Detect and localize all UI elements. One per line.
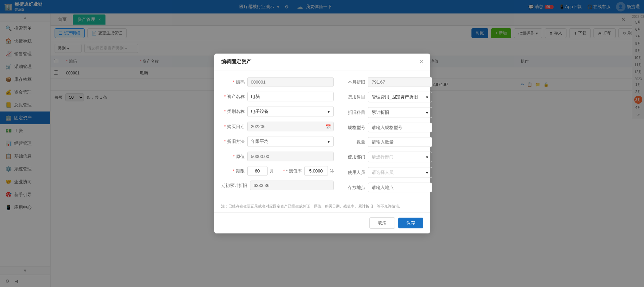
modal-title: 编辑固定资产 — [221, 59, 251, 65]
purchase-date-input[interactable] — [247, 122, 334, 131]
initial-depr-input[interactable] — [250, 181, 334, 190]
purchase-date-container: 📅 — [247, 122, 334, 131]
expense-subject-value: 管理费用_固定资产折旧 — [372, 94, 418, 100]
save-button[interactable]: 保存 — [398, 218, 423, 228]
depr-subject-label: 折旧科目 — [342, 109, 365, 116]
depr-method-value: 年限平均 — [251, 138, 269, 145]
spec-input[interactable] — [368, 123, 432, 132]
form-row-initial-depr: 期初累计折旧 — [221, 181, 334, 190]
modal-body: 编码 资产名称 类别名称 电子设备 ▾ — [214, 70, 430, 204]
category-select-modal[interactable]: 电子设备 ▾ — [247, 106, 334, 117]
period-unit: 月 — [270, 168, 274, 174]
period-label: 期限 — [221, 168, 245, 174]
period-inline: 月 * 残值率 % — [247, 166, 334, 176]
form-row-department: 使用部门 请选择部门 ▾ — [342, 152, 432, 162]
modal-note: 注：已经存在变更记录或者对应固定资产已经生成凭证，原值、购买日期、残值率、累计折… — [214, 204, 430, 212]
name-input[interactable] — [247, 92, 334, 101]
purchase-date-label: 购买日期 — [221, 124, 245, 130]
form-row-depr-method: 折旧方法 年限平均 ▾ — [221, 136, 334, 147]
form-row-monthly-depr: 本月折旧 — [342, 77, 432, 87]
calendar-icon[interactable]: 📅 — [326, 124, 331, 129]
form-row-user: 使用人员 请选择人员 ▾ — [342, 167, 432, 178]
form-row-name: 资产名称 — [221, 92, 334, 101]
edit-asset-modal: 编辑固定资产 × 编码 资产名称 — [214, 54, 430, 233]
period-input[interactable] — [247, 166, 268, 176]
expense-subject-dropdown-icon: ▾ — [426, 95, 428, 100]
expense-subject-select[interactable]: 管理费用_固定资产折旧 ▾ — [368, 92, 432, 102]
user-field-label: 使用人员 — [342, 169, 365, 176]
form-row-code: 编码 — [221, 77, 334, 87]
depr-method-select[interactable]: 年限平均 ▾ — [247, 136, 334, 147]
modal-close-btn[interactable]: × — [420, 58, 423, 65]
form-row-purchase-date: 购买日期 📅 — [221, 122, 334, 131]
category-dropdown-icon: ▾ — [328, 109, 330, 114]
depr-subject-select[interactable]: 累计折旧 ▾ — [368, 107, 432, 118]
form-row-quantity: 数量 — [342, 137, 432, 147]
user-placeholder: 请选择人员 — [372, 169, 394, 176]
department-dropdown-icon: ▾ — [426, 155, 428, 160]
cancel-button[interactable]: 取消 — [369, 217, 395, 229]
department-select[interactable]: 请选择部门 ▾ — [368, 152, 432, 162]
form-left: 编码 资产名称 类别名称 电子设备 ▾ — [221, 77, 334, 197]
depr-method-dropdown-icon: ▾ — [328, 139, 330, 144]
residual-rate-label: * 残值率 — [279, 168, 302, 174]
depr-subject-value: 累计折旧 — [372, 109, 389, 116]
form-grid: 编码 资产名称 类别名称 电子设备 ▾ — [221, 77, 423, 197]
original-value-input[interactable] — [247, 152, 334, 161]
form-right: 本月折旧 费用科目 管理费用_固定资产折旧 ▾ 折旧科目 — [342, 77, 432, 197]
department-placeholder: 请选择部门 — [372, 154, 394, 160]
department-label: 使用部门 — [342, 154, 365, 160]
user-dropdown-icon: ▾ — [426, 170, 428, 175]
quantity-label: 数量 — [342, 139, 365, 145]
monthly-depr-input[interactable] — [368, 77, 432, 87]
form-row-spec: 规格型号 — [342, 123, 432, 132]
modal-footer: 取消 保存 — [214, 212, 430, 233]
monthly-depr-label: 本月折旧 — [342, 79, 365, 85]
residual-rate-input[interactable] — [304, 166, 328, 176]
expense-subject-label: 费用科目 — [342, 94, 365, 100]
form-row-expense-subject: 费用科目 管理费用_固定资产折旧 ▾ — [342, 92, 432, 102]
spec-label: 规格型号 — [342, 125, 365, 131]
category-value: 电子设备 — [251, 108, 269, 115]
user-select[interactable]: 请选择人员 ▾ — [368, 167, 432, 178]
form-row-location: 存放地点 — [342, 183, 432, 192]
residual-rate-unit: % — [330, 168, 334, 173]
location-input[interactable] — [368, 183, 432, 192]
modal-header: 编辑固定资产 × — [214, 54, 430, 70]
modal-overlay[interactable]: 编辑固定资产 × 编码 资产名称 — [0, 0, 644, 287]
form-row-category: 类别名称 电子设备 ▾ — [221, 106, 334, 117]
category-label-modal: 类别名称 — [221, 108, 245, 115]
initial-depr-label: 期初累计折旧 — [221, 183, 247, 189]
name-label: 资产名称 — [221, 94, 245, 100]
note-text: 注：已经存在变更记录或者对应固定资产已经生成凭证，原值、购买日期、残值率、累计折… — [221, 204, 403, 208]
original-value-label: 原值 — [221, 154, 245, 160]
form-row-period: 期限 月 * 残值率 % — [221, 166, 334, 176]
quantity-input[interactable] — [368, 137, 432, 147]
code-label: 编码 — [221, 79, 245, 85]
depr-subject-dropdown-icon: ▾ — [426, 110, 428, 115]
depr-method-label: 折旧方法 — [221, 138, 245, 145]
code-input[interactable] — [247, 77, 334, 87]
form-row-depr-subject: 折旧科目 累计折旧 ▾ — [342, 107, 432, 118]
location-label: 存放地点 — [342, 185, 365, 191]
form-row-original-value: 原值 — [221, 152, 334, 161]
